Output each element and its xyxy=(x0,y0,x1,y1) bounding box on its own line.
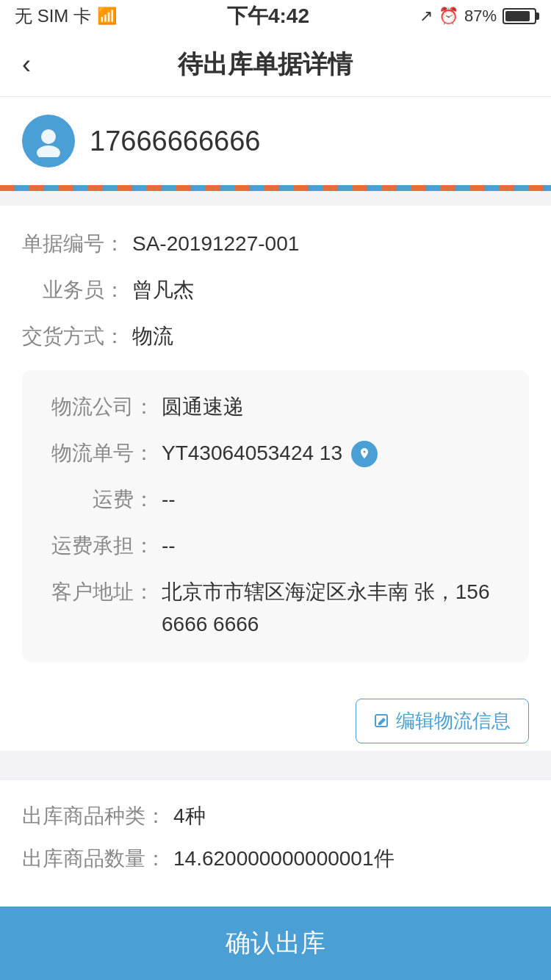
product-quantity-row: 出库商品数量： 14.620000000000001件 xyxy=(22,845,529,873)
order-number-label: 单据编号： xyxy=(22,228,132,261)
edit-logistics-button[interactable]: 编辑物流信息 xyxy=(356,699,529,743)
nav-bar: ‹ 待出库单据详情 xyxy=(0,32,551,97)
edit-logistics-label: 编辑物流信息 xyxy=(396,708,511,734)
back-button[interactable]: ‹ xyxy=(22,49,31,80)
svg-point-1 xyxy=(37,145,60,157)
address-label: 客户地址： xyxy=(44,576,162,609)
status-right: ↗ ⏰ 87% xyxy=(419,7,536,26)
product-types-label: 出库商品种类： xyxy=(22,802,173,830)
logistics-company-value: 圆通速递 xyxy=(162,391,507,424)
address-row: 客户地址： 北京市市辖区海淀区永丰南 张，156 6666 6666 xyxy=(44,576,507,642)
avatar xyxy=(22,115,75,167)
wifi-icon: 📶 xyxy=(97,7,117,26)
svg-point-0 xyxy=(41,129,56,144)
edit-button-row: 编辑物流信息 xyxy=(0,684,551,751)
status-bar: 无 SIM 卡 📶 下午4:42 ↗ ⏰ 87% xyxy=(0,0,551,32)
product-info-section: 出库商品种类： 4种 出库商品数量： 14.620000000000001件 xyxy=(0,780,551,895)
status-left: 无 SIM 卡 📶 xyxy=(15,4,117,28)
logistics-card: 物流公司： 圆通速递 物流单号： YT43064053424 13 运费： --… xyxy=(22,370,529,662)
edit-icon xyxy=(374,713,390,729)
order-number-row: 单据编号： SA-20191227-001 xyxy=(22,228,529,261)
delivery-method-row: 交货方式： 物流 xyxy=(22,320,529,353)
basic-info-section: 单据编号： SA-20191227-001 业务员： 曾凡杰 交货方式： 物流 … xyxy=(0,206,551,684)
sales-person-label: 业务员： xyxy=(22,274,132,307)
tracking-label: 物流单号： xyxy=(44,437,162,470)
freight-label: 运费： xyxy=(44,483,162,516)
product-types-value: 4种 xyxy=(173,802,206,830)
user-header: 17666666666 xyxy=(0,97,551,185)
section-divider-1 xyxy=(0,751,551,765)
delivery-method-label: 交货方式： xyxy=(22,320,132,353)
freight-value: -- xyxy=(162,483,507,516)
freight-bearer-label: 运费承担： xyxy=(44,530,162,563)
freight-bearer-value: -- xyxy=(162,530,507,563)
freight-row: 运费： -- xyxy=(44,483,507,516)
battery-percent: 87% xyxy=(464,7,497,26)
freight-bearer-row: 运费承担： -- xyxy=(44,530,507,563)
confirm-text: 确认出库 xyxy=(226,926,325,960)
logistics-company-label: 物流公司： xyxy=(44,391,162,424)
order-number-value: SA-20191227-001 xyxy=(132,228,529,261)
location-icon[interactable] xyxy=(351,441,378,467)
confirm-bar[interactable]: 确认出库 xyxy=(0,907,551,980)
battery-icon xyxy=(503,8,536,24)
tracking-number: YT43064053424 13 xyxy=(162,437,342,470)
tracking-value: YT43064053424 13 xyxy=(162,437,507,470)
alarm-icon: ⏰ xyxy=(439,7,458,26)
delivery-method-value: 物流 xyxy=(132,320,529,353)
battery-fill xyxy=(505,11,530,21)
product-quantity-value: 14.620000000000001件 xyxy=(173,845,395,873)
address-value: 北京市市辖区海淀区永丰南 张，156 6666 6666 xyxy=(162,576,507,642)
sales-person-row: 业务员： 曾凡杰 xyxy=(22,274,529,307)
product-quantity-label: 出库商品数量： xyxy=(22,845,173,873)
dashed-divider xyxy=(0,185,551,191)
logistics-company-row: 物流公司： 圆通速递 xyxy=(44,391,507,424)
carrier-text: 无 SIM 卡 xyxy=(15,4,91,28)
tracking-row: 物流单号： YT43064053424 13 xyxy=(44,437,507,470)
location-status-icon: ↗ xyxy=(419,7,433,26)
product-types-row: 出库商品种类： 4种 xyxy=(22,802,529,830)
page-title: 待出库单据详情 xyxy=(46,48,485,82)
status-time: 下午4:42 xyxy=(227,2,309,30)
user-phone: 17666666666 xyxy=(90,126,260,157)
sales-person-value: 曾凡杰 xyxy=(132,274,529,307)
